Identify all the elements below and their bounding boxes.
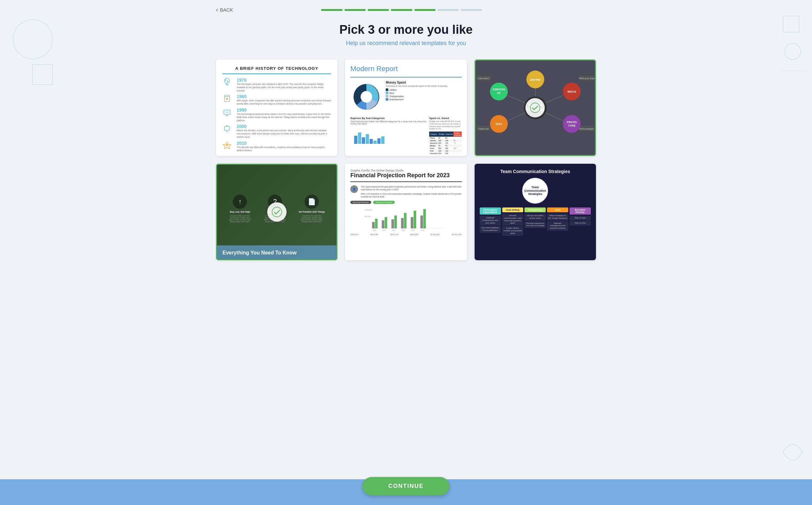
page-subtitle: Help us recommend relevant templates for… [216, 40, 596, 47]
svg-text:2019: 2019 [382, 230, 386, 231]
svg-rect-68 [394, 215, 397, 228]
svg-rect-69 [401, 218, 404, 228]
team-col-item-0-0: Celebrate achievements and core values [480, 216, 501, 225]
team-col-1: Goal SettingSet both communication: view… [502, 207, 524, 236]
svg-rect-24 [362, 137, 365, 144]
svg-text:TYPE: TYPE [568, 124, 575, 127]
financial-title: Financial Projection Report for 2023 [350, 172, 461, 179]
svg-text:Learn about: Learn about [478, 77, 489, 79]
svg-rect-28 [377, 138, 380, 144]
back-button[interactable]: ‹ BACK [216, 6, 233, 13]
svg-text:1,260,000: 1,260,000 [365, 209, 372, 211]
continue-button[interactable]: CONTINUE [362, 477, 450, 495]
template-card-team-comm[interactable]: Team Communication Strategies TeamCommun… [475, 164, 596, 260]
team-col-0: Performance ExpectationsCelebrate achiev… [480, 207, 501, 236]
svg-point-58 [530, 103, 540, 113]
progress-segment-6 [461, 9, 482, 11]
team-col-header-1: Goal Setting [502, 207, 524, 212]
svg-point-15 [226, 125, 228, 126]
svg-line-49 [546, 113, 563, 121]
team-col-header-4: Executive Develop. [570, 207, 591, 214]
svg-point-1 [785, 43, 801, 59]
template-grid: A Brief History of Technology 1970 [216, 59, 596, 260]
progress-segment-5 [438, 9, 459, 11]
team-col-item-1-0: Set both communication: view short and l… [502, 213, 524, 225]
history-text-2000: Before this decade, a cell phone was jus… [237, 129, 331, 138]
page-title: Pick 3 or more you like [216, 23, 596, 37]
team-col-item-2-1: Promote experiences and share knowledge [525, 221, 546, 228]
svg-rect-26 [370, 139, 373, 144]
progress-bar [321, 9, 482, 11]
continue-button-wrapper: CONTINUE [362, 477, 450, 495]
back-label: BACK [220, 7, 233, 13]
team-col-header-3: Tools [547, 207, 568, 212]
team-col-item-4-0: Stay on topic [570, 216, 591, 220]
team-comm-title: Team Communication Strategies [480, 169, 591, 174]
template-card-design-thinking[interactable]: DESIGN THINKING EMPATHI ZE TEST DEFINE I… [475, 59, 596, 156]
team-col-item-2-0: Discuss and define priority areas [525, 213, 546, 221]
svg-point-20 [361, 91, 372, 103]
svg-line-46 [508, 113, 525, 121]
team-col-header-2: Transparency [525, 207, 546, 212]
svg-rect-27 [373, 141, 377, 144]
svg-point-9 [226, 98, 228, 100]
svg-rect-0 [783, 16, 799, 32]
svg-text:630,000: 630,000 [365, 215, 371, 217]
template-card-tips[interactable]: ↑ Buy Low, Sell High A word to the wise:… [216, 164, 337, 260]
team-center-circle: TeamCommunicationStrategies [522, 178, 548, 204]
progress-segment-3 [391, 9, 412, 11]
deco-shape-top-right [780, 13, 806, 78]
svg-point-3 [224, 78, 230, 83]
card-history-title: A Brief History of Technology [223, 66, 331, 74]
svg-text:Refine your scope: Refine your scope [579, 77, 595, 80]
svg-rect-74 [424, 209, 426, 228]
team-col-item-1-1: Create metrics: monthly and quarterly go… [502, 226, 524, 235]
svg-rect-66 [385, 217, 387, 228]
template-card-financial[interactable]: Graphic Gorilla The Online Design Studio… [345, 164, 467, 260]
progress-segment-4 [415, 9, 436, 11]
deco-shape-bottom-right [780, 433, 806, 473]
svg-point-4 [225, 79, 226, 81]
selected-check-overlay [526, 98, 545, 118]
top-bar: ‹ BACK [216, 6, 596, 13]
modern-report-title: Modern Report [350, 65, 461, 73]
financial-studio: Graphic Gorilla The Online Design Studio [350, 169, 461, 172]
team-col-item-0-1: Give direct feedback for top performers [480, 226, 501, 233]
svg-rect-29 [381, 136, 384, 144]
svg-rect-63 [372, 222, 375, 228]
svg-text:DEFINE: DEFINE [530, 78, 540, 81]
team-col-4: Executive Develop.Stay on topicStart on … [570, 207, 591, 236]
progress-segment-2 [368, 9, 389, 11]
svg-text:ZE: ZE [497, 92, 501, 95]
back-arrow-icon: ‹ [216, 6, 218, 13]
svg-text:2018: 2018 [373, 230, 376, 231]
svg-rect-11 [225, 111, 229, 113]
svg-text:2020: 2020 [392, 230, 396, 231]
svg-text:IDEAS: IDEAS [567, 90, 576, 93]
progress-segment-1 [345, 9, 366, 11]
svg-text:Further test: Further test [478, 128, 488, 130]
svg-rect-72 [414, 211, 416, 228]
svg-rect-65 [382, 220, 384, 228]
svg-rect-14 [224, 126, 230, 130]
svg-line-48 [546, 96, 563, 103]
template-card-modern-report[interactable]: Modern Report [345, 59, 467, 156]
svg-text:2022: 2022 [412, 230, 415, 231]
history-text-1990: The technological advancements made in t… [237, 113, 331, 122]
svg-rect-73 [421, 215, 423, 228]
team-col-2: TransparencyDiscuss and define priority … [525, 207, 546, 236]
svg-rect-22 [354, 136, 357, 144]
team-col-item-3-1: Relevant management and document sharing [547, 221, 568, 231]
svg-rect-25 [366, 134, 369, 144]
svg-line-45 [508, 96, 525, 103]
history-text-1980: After Apple, other companies like IBM st… [237, 99, 331, 106]
history-text-1970: The first Apple computer was released in… [237, 83, 331, 92]
team-col-header-0: Performance Expectations [480, 207, 501, 214]
svg-rect-64 [375, 219, 378, 228]
template-card-history[interactable]: A Brief History of Technology 1970 [216, 59, 337, 156]
page-header: Pick 3 or more you like Help us recommen… [216, 23, 596, 47]
progress-segment-0 [321, 9, 342, 11]
history-text-2010: This decade was filled with innovations,… [237, 146, 331, 152]
team-col-item-3-0: Adopt managing for life: Google Hangouts… [547, 213, 568, 221]
svg-point-5 [227, 81, 228, 82]
